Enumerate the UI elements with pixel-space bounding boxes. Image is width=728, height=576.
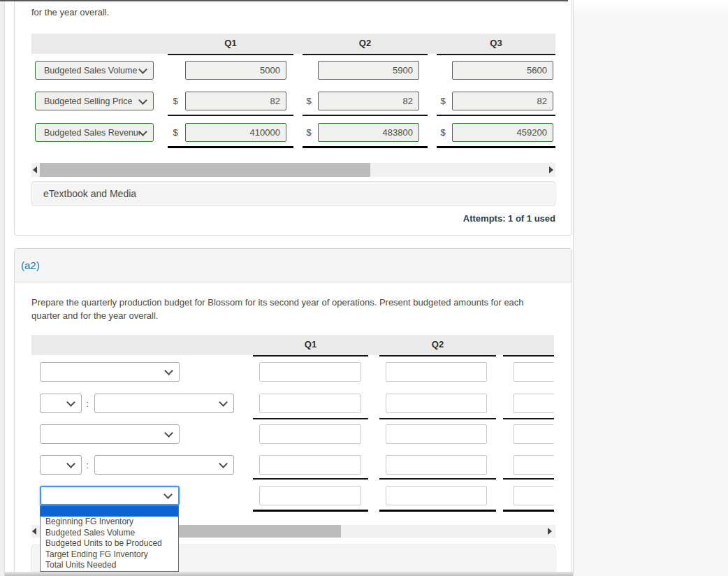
chevron-down-icon xyxy=(66,398,75,407)
attempts-text: Attempts: 1 of 1 used xyxy=(381,213,555,224)
chevron-down-icon xyxy=(138,65,147,74)
row2-label: Budgeted Selling Price xyxy=(44,96,132,106)
rule-line xyxy=(437,54,555,55)
q3-selling-price-input[interactable]: 82 xyxy=(452,92,553,110)
outer-horizontal-scrollbar[interactable] xyxy=(5,572,573,576)
currency-symbol: $ xyxy=(437,123,449,142)
row3-label-select[interactable]: Budgeted Sales Revenue xyxy=(35,123,154,142)
t2-row4-colon: : xyxy=(83,455,92,475)
currency-symbol: $ xyxy=(303,92,314,110)
t2-row2-prefix-select[interactable] xyxy=(40,394,82,413)
total-rule-line xyxy=(503,510,554,512)
t2-row1-q1-input[interactable] xyxy=(259,362,361,382)
rule-line xyxy=(503,418,554,419)
right-panel xyxy=(573,0,728,576)
t2-row4-label-select[interactable] xyxy=(94,455,234,475)
total-rule-line xyxy=(437,146,555,148)
rule-line xyxy=(503,355,554,357)
q2-sales-volume-input[interactable]: 5900 xyxy=(318,61,419,80)
rule-line xyxy=(168,115,293,116)
rule-line xyxy=(253,478,368,480)
table2-column-header-q2: Q2 xyxy=(379,339,496,350)
t2-row2-q2-input[interactable] xyxy=(386,394,487,413)
chevron-down-icon xyxy=(163,490,173,499)
row1-label: Budgeted Sales Volume xyxy=(44,66,137,75)
scroll-right-icon[interactable] xyxy=(548,528,552,535)
t2-row3-q1-input[interactable] xyxy=(259,424,361,444)
q2-sales-revenue-input[interactable]: 483800 xyxy=(318,123,419,142)
q3-sales-revenue-input[interactable]: 459200 xyxy=(452,123,553,142)
rule-line xyxy=(379,478,496,480)
t2-row1-label-select[interactable] xyxy=(40,362,180,382)
t2-row2-label-select[interactable] xyxy=(94,394,234,413)
total-rule-line xyxy=(168,146,293,148)
scroll-left-icon[interactable] xyxy=(32,528,36,535)
chevron-down-icon xyxy=(219,459,228,468)
dropdown-option[interactable]: Beginning FG Inventory xyxy=(41,517,178,528)
q1-sales-revenue-input[interactable]: 410000 xyxy=(185,123,286,142)
t2-row4-q1-input[interactable] xyxy=(259,455,361,475)
t2-row3-label-select[interactable] xyxy=(40,424,180,444)
scrollbar-thumb[interactable] xyxy=(40,163,370,177)
section-a2-label: (a2) xyxy=(21,259,40,271)
dropdown-option[interactable]: Budgeted Sales Volume xyxy=(41,528,178,539)
dropdown-option-blank-highlighted[interactable] xyxy=(41,506,178,517)
t2-row2-q3-input[interactable] xyxy=(514,394,554,413)
rule-line xyxy=(503,478,554,480)
etextbook-label: eTextbook and Media xyxy=(43,188,136,199)
rule-line xyxy=(379,355,496,357)
t2-row4-prefix-select[interactable] xyxy=(40,455,82,475)
rule-line xyxy=(437,115,555,116)
table1-column-header-q3: Q3 xyxy=(437,38,555,48)
currency-symbol: $ xyxy=(170,123,181,142)
table1-column-header-q1: Q1 xyxy=(168,38,293,48)
intro-text: for the year overall. xyxy=(31,7,109,17)
table1-column-header-q2: Q2 xyxy=(303,38,428,48)
scroll-left-icon[interactable] xyxy=(33,166,37,173)
section-a2-header[interactable] xyxy=(15,249,572,282)
table2-column-header-q1: Q1 xyxy=(253,339,368,350)
currency-symbol: $ xyxy=(437,92,449,110)
chevron-down-icon xyxy=(164,366,173,375)
dropdown-option[interactable]: Total Units Needed xyxy=(41,560,178,571)
t2-row2-q1-input[interactable] xyxy=(259,394,361,413)
t2-row3-q3-input[interactable] xyxy=(514,424,554,444)
prompt-text: Prepare the quarterly production budget … xyxy=(31,296,533,322)
chevron-down-icon xyxy=(164,429,173,438)
t2-row5-label-select-focused[interactable] xyxy=(40,486,180,505)
currency-symbol: $ xyxy=(303,123,314,142)
rule-line xyxy=(253,355,368,357)
q1-sales-volume-input[interactable]: 5000 xyxy=(185,61,286,80)
row3-label: Budgeted Sales Revenue xyxy=(44,128,140,138)
chevron-down-icon xyxy=(138,127,147,136)
select-dropdown-list: Beginning FG Inventory Budgeted Sales Vo… xyxy=(40,505,179,572)
rule-line xyxy=(303,115,428,116)
rule-line xyxy=(379,418,496,419)
t2-row1-q3-input[interactable] xyxy=(514,362,554,382)
t2-row5-q3-input[interactable] xyxy=(514,486,554,505)
etextbook-media-bar[interactable]: eTextbook and Media xyxy=(31,181,555,206)
total-rule-line xyxy=(303,146,428,148)
row1-label-select[interactable]: Budgeted Sales Volume xyxy=(35,61,154,80)
t2-row5-q1-input[interactable] xyxy=(259,486,361,505)
scroll-right-icon[interactable] xyxy=(549,166,553,173)
dropdown-option[interactable]: Budgeted Units to be Produced xyxy=(41,538,178,549)
total-rule-line xyxy=(253,510,368,512)
t2-row3-q2-input[interactable] xyxy=(386,424,487,444)
t2-row1-q2-input[interactable] xyxy=(386,362,487,382)
dropdown-option[interactable]: Target Ending FG Inventory xyxy=(41,549,178,561)
t2-row4-q3-input[interactable] xyxy=(514,455,554,475)
chevron-down-icon xyxy=(66,459,75,468)
total-rule-line xyxy=(379,510,496,512)
t2-row4-q2-input[interactable] xyxy=(386,455,487,475)
t2-row5-q2-input[interactable] xyxy=(386,486,487,505)
t2-row2-colon: : xyxy=(83,394,92,413)
q3-sales-volume-input[interactable]: 5600 xyxy=(452,61,553,80)
left-panel-strip[interactable] xyxy=(0,0,5,576)
top-toolbar-edge xyxy=(0,0,568,1)
q1-selling-price-input[interactable]: 82 xyxy=(185,92,286,110)
currency-symbol: $ xyxy=(170,92,181,110)
wileyplus-question-page: for the year overall. Q1 Q2 Q3 Budgeted … xyxy=(0,0,728,576)
q2-selling-price-input[interactable]: 82 xyxy=(318,92,419,110)
row2-label-select[interactable]: Budgeted Selling Price xyxy=(35,92,154,110)
